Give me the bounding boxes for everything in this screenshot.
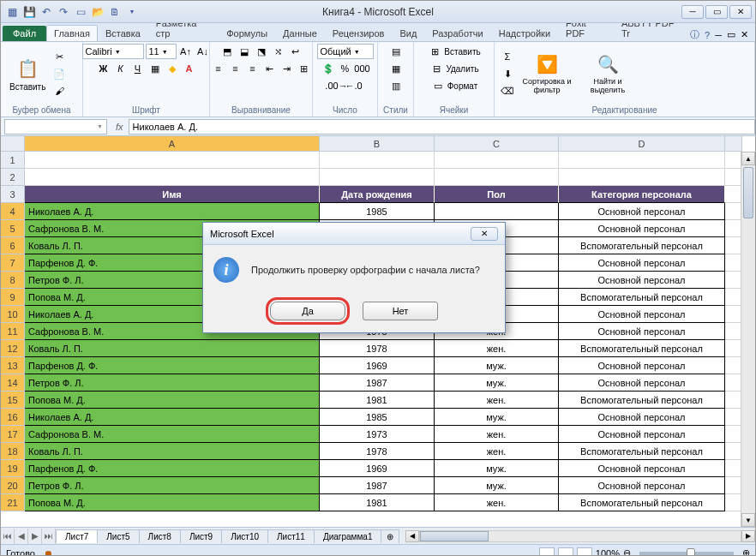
cell-name[interactable]: Коваль Л. П. [25,443,320,460]
cell-name[interactable]: Парфенов Д. Ф. [25,357,320,374]
decrease-font-icon[interactable]: A↓ [195,44,211,59]
cell-cat[interactable]: Основной персонал [559,323,725,340]
empty-cell[interactable] [725,272,742,289]
tab-data[interactable]: Данные [275,25,325,41]
empty-cell[interactable] [725,494,742,511]
sheet-tab[interactable]: Лист5 [97,529,139,543]
cell-cat[interactable]: Основной персонал [559,460,725,477]
increase-indent-icon[interactable]: ⇥ [279,61,295,76]
dialog-yes-button[interactable]: Да [270,302,345,320]
cell-sex[interactable]: муж. [435,460,559,477]
horizontal-scrollbar[interactable]: ◀ ▶ [405,530,755,542]
cell-dob[interactable]: 1973 [320,426,435,443]
print-preview-icon[interactable]: 🗎 [107,4,123,20]
last-sheet-icon[interactable]: ⏭ [42,529,56,544]
col-header-c[interactable]: C [435,136,559,152]
cell-cat[interactable]: Основной персонал [559,426,725,443]
open-icon[interactable]: 📂 [90,4,105,20]
empty-cell[interactable] [725,152,742,169]
tab-view[interactable]: Вид [392,25,424,41]
row-header[interactable]: 19 [1,460,25,477]
empty-cell[interactable] [725,237,742,254]
font-name-combo[interactable]: Calibri▼ [82,44,144,59]
font-size-combo[interactable]: 11▼ [146,44,177,59]
cell-sex[interactable]: муж. [435,409,559,426]
empty-cell[interactable] [435,152,559,169]
empty-cell[interactable] [725,169,742,186]
tab-addins[interactable]: Надстройки [491,25,558,41]
zoom-in-button[interactable]: ⊕ [742,547,750,556]
header-cat[interactable]: Категория персонала [559,186,725,203]
cell-sex[interactable]: жен. [435,392,559,409]
empty-cell[interactable] [725,220,742,237]
row-header[interactable]: 4 [1,203,25,220]
row-header[interactable]: 21 [1,494,25,511]
currency-icon[interactable]: 💲 [321,61,336,76]
empty-cell[interactable] [725,392,742,409]
empty-cell[interactable] [725,203,742,220]
cell-sex[interactable]: жен. [435,340,559,357]
sheet-tab[interactable]: Лист9 [180,529,222,543]
cell-dob[interactable]: 1978 [320,443,435,460]
zoom-out-button[interactable]: ⊖ [623,547,631,556]
row-header[interactable]: 16 [1,409,25,426]
wrap-text-icon[interactable]: ↩ [288,44,303,59]
select-all-corner[interactable] [1,136,25,152]
format-cells-label[interactable]: Формат [447,81,478,91]
row-header[interactable]: 18 [1,443,25,460]
cell-cat[interactable]: Вспомогательный персонал [559,289,725,306]
ribbon-minimize-icon[interactable]: ⓘ [690,28,699,41]
row-header[interactable]: 9 [1,289,25,306]
empty-cell[interactable] [25,169,320,186]
cell-name[interactable]: Николаев А. Д. [25,409,320,426]
clear-icon[interactable]: ⌫ [500,83,515,99]
delete-cells-icon[interactable]: ⊟ [429,61,444,76]
orientation-icon[interactable]: ⤭ [271,44,286,59]
row-header[interactable]: 6 [1,237,25,254]
cell-cat[interactable]: Вспомогательный персонал [559,237,725,254]
cell-sex[interactable]: муж. [435,374,559,392]
tab-review[interactable]: Рецензиров [325,25,393,41]
increase-font-icon[interactable]: A↑ [178,44,194,59]
empty-cell[interactable] [320,169,435,186]
scroll-thumb[interactable] [743,167,753,218]
workbook-restore-icon[interactable]: ▭ [727,29,735,40]
autosum-icon[interactable]: Σ [500,49,515,64]
empty-cell[interactable] [725,254,742,272]
cell-cat[interactable]: Основной персонал [559,357,725,374]
align-left-icon[interactable]: ≡ [211,61,226,76]
empty-cell[interactable] [559,169,725,186]
format-cells-icon[interactable]: ▭ [430,78,446,93]
close-button[interactable]: ✕ [729,5,752,19]
cell-name[interactable]: Николаев А. Д. [25,203,320,220]
cell-cat[interactable]: Вспомогательный персонал [559,392,725,409]
bold-icon[interactable]: Ж [96,61,111,76]
workbook-close-icon[interactable]: ✕ [741,29,748,40]
page-layout-view-button[interactable] [558,547,573,557]
sort-filter-button[interactable]: 🔽 Сортировка и фильтр [518,51,576,97]
cell-sex[interactable]: муж. [435,357,559,374]
col-header-a[interactable]: A [25,136,320,152]
empty-cell[interactable] [725,477,742,494]
dialog-title-bar[interactable]: Microsoft Excel ✕ [203,223,505,245]
empty-cell[interactable] [725,289,742,306]
fx-button[interactable]: fx [111,122,129,132]
cell-cat[interactable]: Основной персонал [559,272,725,289]
maximize-button[interactable]: ▭ [705,5,728,19]
empty-cell[interactable] [725,306,742,323]
decrease-indent-icon[interactable]: ⇤ [262,61,278,76]
insert-cells-icon[interactable]: ⊞ [427,44,442,59]
align-top-icon[interactable]: ⬒ [219,44,235,59]
new-sheet-tab[interactable]: ⊕ [381,529,399,543]
row-header[interactable]: 3 [1,186,25,203]
cell-cat[interactable]: Основной персонал [559,409,725,426]
page-break-view-button[interactable] [577,547,592,557]
dialog-close-button[interactable]: ✕ [471,227,498,241]
cell-name[interactable]: Парфенов Д. Ф. [25,460,320,477]
cell-dob[interactable]: 1969 [320,357,435,374]
cell-dob[interactable]: 1981 [320,392,435,409]
scroll-down-icon[interactable]: ▼ [741,513,755,527]
sheet-tab[interactable]: Лист11 [267,529,315,543]
minimize-button[interactable]: ─ [681,5,704,19]
prev-sheet-icon[interactable]: ◀ [15,529,28,544]
